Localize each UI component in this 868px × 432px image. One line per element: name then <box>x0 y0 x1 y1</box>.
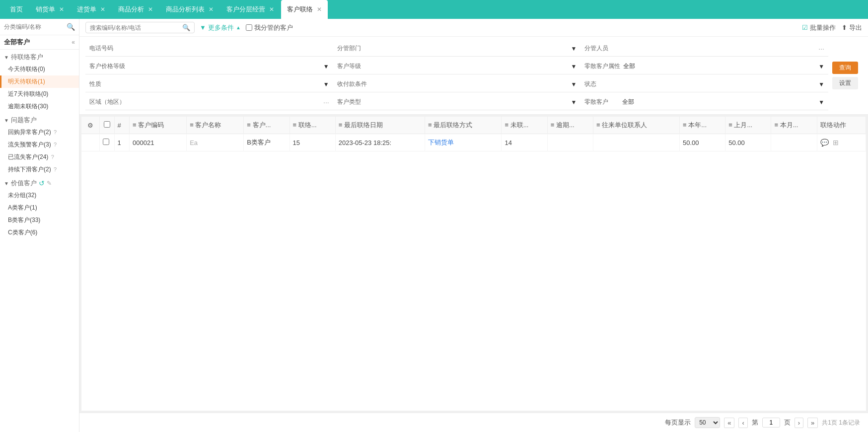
sidebar-item-lost[interactable]: 已流失客户(24) ? <box>0 151 79 163</box>
settings-btn[interactable]: 设置 <box>832 77 858 89</box>
nav-close-sales[interactable]: ✕ <box>59 6 64 13</box>
sidebar-item-ungrouped[interactable]: 未分组(32) <box>0 189 79 202</box>
action-icons: 💬 ⊞ <box>820 139 863 146</box>
sidebar-item-today[interactable]: 今天待联络(0) <box>0 63 79 75</box>
sidebar-item-classC[interactable]: C类客户(6) <box>0 226 79 239</box>
col-uncontacted[interactable]: ≡ 未联... <box>502 117 547 134</box>
nav-close-customer-tier[interactable]: ✕ <box>269 6 274 13</box>
top-nav: 首页 销货单 ✕ 进货单 ✕ 商品分析 ✕ 商品分析列表 ✕ 客户分层经营 ✕ … <box>0 0 868 19</box>
nav-close-product-analysis[interactable]: ✕ <box>148 6 153 13</box>
col-gear[interactable]: ⚙ <box>81 117 99 134</box>
triangle-problem: ▼ <box>4 118 9 123</box>
sidebar-item-overdue[interactable]: 逾期未联络(30) <box>0 100 79 113</box>
my-customers-checkbox-label[interactable]: 我分管的客户 <box>246 23 293 32</box>
filter-select-customer-level[interactable]: ▼ <box>375 63 577 70</box>
caret-customer-type: ▼ <box>571 99 577 106</box>
chevron-up-icon: ▲ <box>236 25 241 30</box>
last-method-link[interactable]: 下销货单 <box>428 139 454 146</box>
filter-select-nature[interactable]: ▼ <box>127 81 329 88</box>
sidebar-item-churn[interactable]: 流失预警客户(3) ? <box>0 139 79 151</box>
my-customers-checkbox[interactable] <box>246 24 252 31</box>
select-all-checkbox[interactable] <box>104 121 110 128</box>
caret-status: ▼ <box>818 81 824 88</box>
search-icon[interactable]: 🔍 <box>182 24 190 31</box>
batch-op-btn[interactable]: ☑ 批量操作 <box>802 23 836 32</box>
nav-home[interactable]: 首页 <box>4 0 29 19</box>
prev-page-btn[interactable]: ‹ <box>738 418 747 428</box>
action-comment-icon[interactable]: 💬 <box>820 139 829 146</box>
nav-product-analysis[interactable]: 商品分析 ✕ <box>112 0 159 19</box>
export-btn[interactable]: ⬆ 导出 <box>842 23 862 32</box>
row-last-method[interactable]: 下销货单 <box>425 134 502 151</box>
filter-label-status: 状态 <box>584 80 619 88</box>
page-input[interactable] <box>762 418 780 428</box>
row-index: 1 <box>114 134 130 151</box>
search-box: 🔍 <box>85 22 195 33</box>
nav-close-product-analysis-list[interactable]: ✕ <box>209 6 214 13</box>
sidebar-item-week[interactable]: 近7天待联络(0) <box>0 88 79 100</box>
col-last-method[interactable]: ≡ 最后联络方式 <box>425 117 502 134</box>
sidebar-item-classB[interactable]: B类客户(33) <box>0 214 79 226</box>
filter-label-person: 分管人员 <box>584 44 619 53</box>
first-page-btn[interactable]: « <box>724 418 734 428</box>
dots-person[interactable]: ··· <box>818 45 824 53</box>
nav-sales[interactable]: 销货单 ✕ <box>30 0 70 19</box>
filter-label-customer-level: 客户等级 <box>337 62 372 71</box>
caret-payment: ▼ <box>571 81 577 88</box>
sidebar-item-tomorrow[interactable]: 明天待联络(1) <box>0 75 79 88</box>
caret-retail: ▼ <box>818 99 824 106</box>
filter-input-phone[interactable] <box>127 45 329 52</box>
refresh-value-icon[interactable]: ↺ <box>39 179 45 187</box>
filter-select-payment[interactable]: ▼ <box>375 81 577 88</box>
nav-purchase[interactable]: 进货单 ✕ <box>71 0 111 19</box>
sidebar-search-area: 🔍 <box>0 19 79 35</box>
next-page-btn[interactable]: › <box>795 418 803 428</box>
filter-select-dept[interactable]: ▼ <box>375 45 577 52</box>
action-more-icon[interactable]: ⊞ <box>833 139 839 146</box>
sidebar-item-classA[interactable]: A类客户(1) <box>0 202 79 214</box>
col-this-month[interactable]: ≡ 本月... <box>771 117 817 134</box>
col-type[interactable]: ≡ 客户... <box>244 117 289 134</box>
filter-select-retail-attr[interactable]: 全部 ▼ <box>623 62 824 71</box>
col-code[interactable]: ≡ 客户编码 <box>130 117 187 134</box>
filter-select-customer-type[interactable]: ▼ <box>375 99 577 106</box>
col-contact[interactable]: ≡ 联络... <box>289 117 335 134</box>
col-overdue[interactable]: ≡ 逾期... <box>547 117 593 134</box>
filter-select-status[interactable]: ▼ <box>622 81 824 88</box>
col-index: # <box>114 117 130 134</box>
nav-close-purchase[interactable]: ✕ <box>100 6 105 13</box>
col-this-year[interactable]: ≡ 本年... <box>679 117 725 134</box>
page-label: 第 <box>752 418 758 427</box>
edit-value-icon[interactable]: ✎ <box>47 180 52 187</box>
customer-table: ⚙ # ≡ 客户编码 ≡ 客户名称 ≡ 客户... ≡ 联络... ≡ 最后联络… <box>81 117 866 151</box>
filter-cell-status: 状态 ▼ <box>580 76 828 92</box>
nav-product-analysis-list[interactable]: 商品分析列表 ✕ <box>160 0 219 19</box>
sidebar-search-input[interactable] <box>4 23 65 30</box>
query-btn[interactable]: 查询 <box>832 62 858 74</box>
filter-select-price-level[interactable]: ▼ <box>128 63 329 70</box>
filter-cell-price-level: 客户价格等级 ▼ <box>85 59 333 74</box>
nav-customer-tier[interactable]: 客户分层经营 ✕ <box>220 0 280 19</box>
pagination: 每页显示 50 100 200 « ‹ 第 页 › » 共1页 1条记录 <box>79 413 868 432</box>
col-name[interactable]: ≡ 客户名称 <box>187 117 244 134</box>
nav-customer-contact[interactable]: 客户联络 ✕ <box>281 0 328 19</box>
filter-select-retail[interactable]: 全部 ▼ <box>622 98 824 106</box>
sidebar-search-icon[interactable]: 🔍 <box>67 23 75 31</box>
col-unit-contact[interactable]: ≡ 往来单位联系人 <box>593 117 679 134</box>
row-select-checkbox[interactable] <box>103 139 109 145</box>
page-size-select[interactable]: 50 100 200 <box>695 417 720 428</box>
sidebar-item-rebuy[interactable]: 回购异常客户(2) ? <box>0 126 79 139</box>
search-input[interactable] <box>90 24 179 31</box>
nav-close-customer-contact[interactable]: ✕ <box>317 6 322 13</box>
last-page-btn[interactable]: » <box>807 418 818 428</box>
sidebar-item-declining[interactable]: 持续下滑客户(2) ? <box>0 163 79 176</box>
col-last-month[interactable]: ≡ 上月... <box>725 117 771 134</box>
sidebar-all-customers[interactable]: 全部客户 « <box>0 35 79 50</box>
more-filter-btn[interactable]: ▼ 更多条件 ▲ <box>200 23 241 32</box>
filter-label-dept: 分管部门 <box>337 44 372 53</box>
col-last-date[interactable]: ≡ 最后联络日期 <box>335 117 425 134</box>
table-area: ⚙ # ≡ 客户编码 ≡ 客户名称 ≡ 客户... ≡ 联络... ≡ 最后联络… <box>81 117 866 411</box>
question-icon-declining: ? <box>54 166 57 172</box>
row-checkbox[interactable] <box>99 134 114 151</box>
dots-region[interactable]: ··· <box>323 98 329 106</box>
